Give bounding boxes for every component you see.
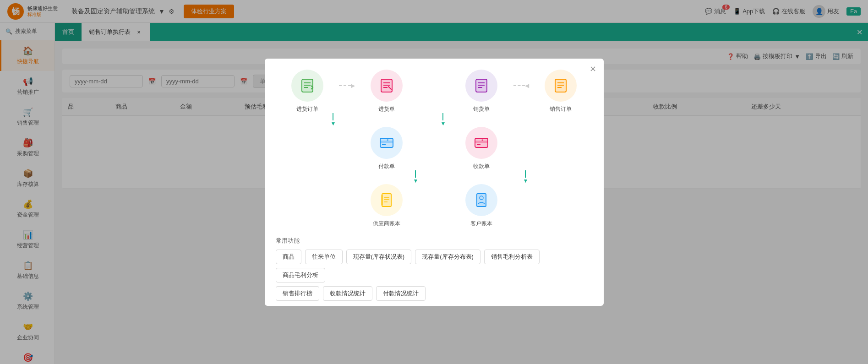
node-supplier-ledger[interactable]: 供应商账本	[355, 184, 418, 228]
receipt-bill-label: 收款单	[473, 163, 490, 170]
modal-overlay[interactable]: ✕ 进货订单	[0, 0, 868, 364]
func-btn-goods-gross[interactable]: 商品毛利分析	[276, 268, 325, 283]
node-receipt-bill[interactable]: ¥ 收款单	[450, 127, 513, 170]
svg-text:¥: ¥	[481, 138, 484, 142]
node-purchase-order[interactable]: 进货订单	[276, 70, 339, 113]
purchase-bill-label: 进货单	[378, 105, 395, 113]
v-arrow-3: ▼	[379, 170, 453, 184]
flow-diagram: 进货订单 ▶	[276, 70, 593, 306]
svg-rect-30	[382, 194, 391, 206]
func-btn-sales-gross[interactable]: 销售毛利分析表	[484, 250, 540, 264]
func-buttons-row2: 销售排行榜 收款情况统计 付款情况统计	[276, 286, 593, 301]
func-btn-sales-rank[interactable]: 销售排行榜	[276, 286, 319, 301]
func-btn-contacts[interactable]: 往来单位	[305, 250, 343, 264]
v-arrow-2: ▼	[407, 113, 480, 127]
func-btn-receipt-stats[interactable]: 收款情况统计	[323, 286, 372, 301]
supplier-ledger-circle	[371, 184, 403, 216]
payment-bill-label: 付款单	[378, 163, 395, 170]
payment-bill-circle: ¥	[371, 127, 403, 159]
common-functions: 常用功能 商品 往来单位 现存量(库存状况表) 现存量(库存分布表) 销售毛利分…	[276, 237, 593, 301]
func-buttons-row1: 商品 往来单位 现存量(库存状况表) 现存量(库存分布表) 销售毛利分析表 商品…	[276, 250, 593, 283]
customer-ledger-circle	[465, 184, 497, 216]
node-customer-ledger[interactable]: 客户账本	[450, 184, 513, 228]
arrow-2: ◀	[513, 82, 530, 89]
receipt-bill-circle: ¥	[465, 127, 497, 159]
modal-dialog: ✕ 进货订单	[265, 59, 604, 306]
func-btn-payment-stats[interactable]: 付款情况统计	[376, 286, 426, 301]
node-sales-bill[interactable]: 销货单	[450, 70, 513, 113]
sales-order-circle	[545, 70, 577, 102]
customer-ledger-label: 客户账本	[470, 220, 492, 228]
node-payment-bill[interactable]: ¥ 付款单	[355, 127, 418, 170]
purchase-order-label: 进货订单	[296, 105, 318, 113]
func-btn-stock-dist[interactable]: 现存量(库存分布表)	[415, 250, 480, 264]
common-functions-title: 常用功能	[276, 237, 593, 245]
func-btn-stock-status[interactable]: 现存量(库存状况表)	[346, 250, 412, 264]
node-purchase-bill[interactable]: 进货单	[355, 70, 418, 113]
svg-rect-32	[381, 195, 383, 206]
sales-bill-label: 销货单	[473, 105, 490, 113]
supplier-ledger-label: 供应商账本	[373, 220, 400, 228]
sales-bill-circle	[465, 70, 497, 102]
func-btn-goods[interactable]: 商品	[276, 250, 301, 264]
purchase-order-circle	[291, 70, 323, 102]
svg-rect-36	[477, 194, 486, 206]
arrow-1: ▶	[339, 82, 355, 89]
svg-text:¥: ¥	[386, 138, 389, 142]
v-arrow-1: ▼	[297, 113, 370, 127]
modal-close-button[interactable]: ✕	[590, 64, 596, 74]
v-arrow-4: ▼	[489, 170, 562, 184]
node-sales-order[interactable]: 销售订单	[529, 70, 592, 113]
purchase-bill-circle	[371, 70, 403, 102]
sales-order-label: 销售订单	[550, 105, 572, 113]
